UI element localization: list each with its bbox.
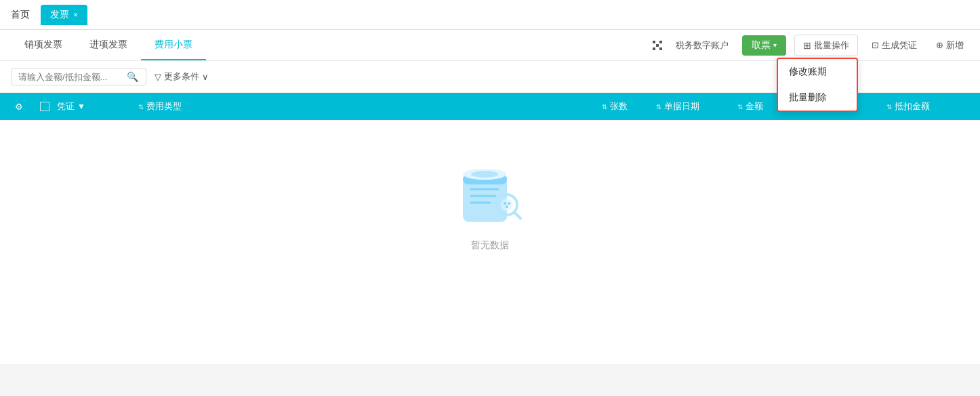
generate-voucher-button[interactable]: ⊡ 生成凭证 xyxy=(866,35,922,56)
svg-point-9 xyxy=(501,199,513,211)
date-sort-icon[interactable]: ⇅ xyxy=(656,103,661,111)
empty-state: 暂无数据 xyxy=(0,120,980,279)
sub-nav: 销项发票 进项发票 费用小票 税务数字账户 取票 ▾ ⊞ 批量操作 xyxy=(0,30,980,61)
batch-op-button[interactable]: ⊞ 批量操作 xyxy=(794,35,858,56)
settings-icon: ⚙ xyxy=(15,102,23,112)
tab-sales-invoice[interactable]: 销项发票 xyxy=(11,30,76,60)
dropdown-item-modify-period[interactable]: 修改账期 xyxy=(778,59,857,85)
take-ticket-button[interactable]: 取票 ▾ xyxy=(742,35,786,56)
add-new-button[interactable]: ⊕ 新增 xyxy=(931,35,969,56)
col-settings[interactable]: ⚙ xyxy=(5,102,33,112)
svg-line-10 xyxy=(514,212,520,218)
search-input-wrapper: 🔍 xyxy=(11,68,146,85)
generate-voucher-icon: ⊡ xyxy=(872,40,879,50)
expense-type-label: 费用类型 xyxy=(146,100,182,113)
svg-point-4 xyxy=(471,171,498,178)
take-ticket-label: 取票 xyxy=(752,39,771,52)
top-nav: 首页 发票 × xyxy=(0,0,980,30)
search-icon[interactable]: 🔍 xyxy=(127,71,138,82)
tab-expense-receipt[interactable]: 费用小票 xyxy=(141,30,206,60)
deduction-amount-label: 抵扣金额 xyxy=(895,100,930,113)
svg-point-13 xyxy=(506,205,508,208)
home-link[interactable]: 首页 xyxy=(11,9,38,21)
empty-state-icon xyxy=(449,161,531,229)
batch-op-icon: ⊞ xyxy=(803,40,811,51)
qr-icon-button[interactable] xyxy=(653,41,662,50)
tab-purchase-invoice[interactable]: 进项发票 xyxy=(76,30,141,60)
col-checkbox[interactable] xyxy=(33,102,57,111)
more-filters-arrow-icon: ∨ xyxy=(202,72,209,82)
invoice-tab-close[interactable]: × xyxy=(73,10,78,20)
tax-digital-button[interactable]: 税务数字账户 xyxy=(670,37,734,54)
amount-label: 金额 xyxy=(746,100,763,113)
more-filters-button[interactable]: ▽ 更多条件 ∨ xyxy=(155,71,209,83)
add-new-icon: ⊕ xyxy=(936,40,943,50)
batch-op-label: 批量操作 xyxy=(814,39,849,52)
col-deduction-amount-header: ⇅ 抵扣金额 xyxy=(886,100,975,113)
action-buttons: 税务数字账户 取票 ▾ ⊞ 批量操作 修改账期 批量删除 ⊡ 生成凭证 ⊕ 新增 xyxy=(653,35,969,56)
qr-icon xyxy=(653,41,662,50)
voucher-label: 凭证 xyxy=(57,100,75,113)
sub-nav-tabs: 销项发票 进项发票 费用小票 xyxy=(11,30,206,60)
col-voucher-header: 凭证 ▼ xyxy=(57,100,138,113)
empty-state-text: 暂无数据 xyxy=(471,239,509,252)
header-checkbox[interactable] xyxy=(40,102,49,111)
batch-op-container: ⊞ 批量操作 修改账期 批量删除 xyxy=(794,35,858,56)
invoice-tab[interactable]: 发票 × xyxy=(41,5,87,25)
amount-sort-icon[interactable]: ⇅ xyxy=(737,103,743,111)
take-ticket-arrow-icon: ▾ xyxy=(773,41,777,49)
col-expense-type-header: ⇅ 费用类型 xyxy=(138,100,602,113)
expense-type-sort-icon[interactable]: ⇅ xyxy=(138,103,144,111)
date-label: 单据日期 xyxy=(664,100,699,113)
col-count-header: ⇅ 张数 xyxy=(602,100,656,113)
main-content: ⚙ 凭证 ▼ ⇅ 费用类型 ⇅ 张数 ⇅ 单据日期 ⇅ 金额 ⇅ 抵扣率 xyxy=(0,93,980,364)
filter-icon: ▽ xyxy=(155,72,161,82)
svg-point-11 xyxy=(504,202,506,205)
count-label: 张数 xyxy=(610,100,628,113)
count-sort-icon[interactable]: ⇅ xyxy=(602,103,607,111)
col-date-header: ⇅ 单据日期 xyxy=(656,100,737,113)
add-new-label: 新增 xyxy=(946,39,964,52)
dropdown-item-batch-delete[interactable]: 批量删除 xyxy=(778,85,857,111)
svg-point-12 xyxy=(508,202,510,205)
generate-voucher-label: 生成凭证 xyxy=(882,39,917,52)
batch-op-dropdown: 修改账期 批量删除 xyxy=(777,58,858,112)
deduction-amount-sort-icon[interactable]: ⇅ xyxy=(886,103,892,111)
more-filters-label: 更多条件 xyxy=(164,71,199,83)
search-input[interactable] xyxy=(18,72,127,82)
voucher-filter-icon[interactable]: ▼ xyxy=(77,102,85,111)
invoice-tab-label: 发票 xyxy=(50,9,69,21)
